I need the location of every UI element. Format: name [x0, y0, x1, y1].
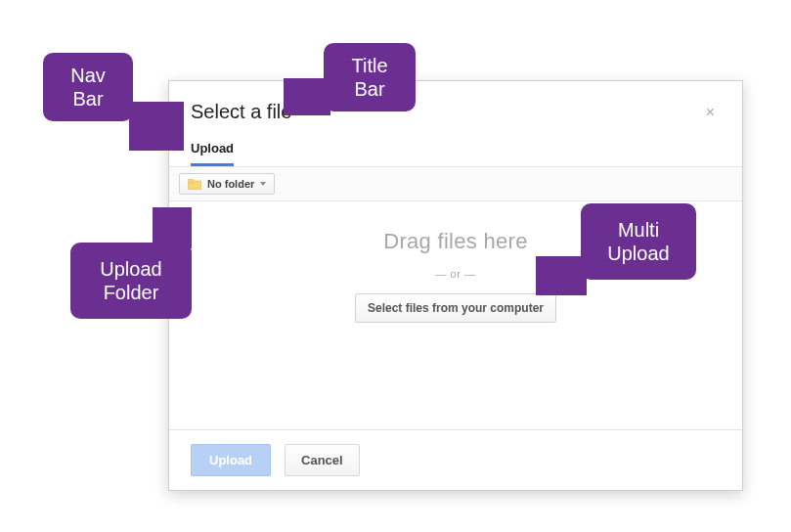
upload-button[interactable]: Upload	[191, 444, 271, 476]
annotation-nav-bar: Nav Bar	[43, 53, 133, 121]
nav-bar: Upload	[169, 131, 742, 166]
chevron-down-icon	[260, 182, 266, 186]
folder-select-button[interactable]: No folder	[179, 173, 275, 195]
select-files-button[interactable]: Select files from your computer	[355, 293, 556, 323]
drag-files-text: Drag files here	[383, 229, 528, 254]
upload-dropzone[interactable]: Drag files here — or — Select files from…	[169, 201, 742, 429]
file-picker-dialog: Select a file × Upload No folder Drag fi…	[168, 80, 743, 491]
dialog-footer: Upload Cancel	[169, 429, 742, 490]
cancel-button[interactable]: Cancel	[285, 444, 360, 476]
folder-icon	[188, 179, 201, 190]
folder-bar: No folder	[169, 166, 742, 201]
close-icon[interactable]: ×	[700, 102, 721, 123]
dialog-title: Select a file	[191, 101, 291, 123]
or-separator: — or —	[436, 268, 476, 280]
svg-rect-1	[188, 179, 194, 183]
title-bar: Select a file ×	[169, 81, 742, 131]
folder-label: No folder	[207, 178, 254, 190]
tab-upload[interactable]: Upload	[191, 135, 234, 166]
